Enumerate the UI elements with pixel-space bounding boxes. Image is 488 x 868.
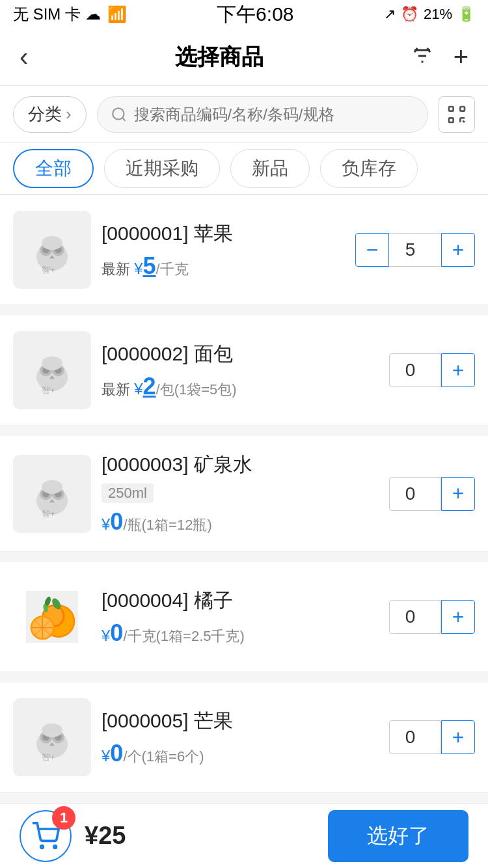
cart-badge: 1 — [52, 806, 75, 830]
product-item-5: 智+ [0000005] 芒果 ¥0/个(1箱=6个) + — [0, 683, 488, 793]
svg-point-19 — [42, 236, 62, 250]
svg-rect-9 — [449, 118, 454, 122]
qty-input-5[interactable] — [389, 720, 441, 754]
svg-point-75 — [41, 845, 44, 848]
product-item-4: [0000004] 橘子 ¥0/千克(1箱=2.5千克) + — [0, 562, 488, 672]
svg-rect-8 — [460, 107, 465, 111]
qty-plus-3[interactable]: + — [441, 477, 475, 511]
svg-line-3 — [427, 48, 430, 52]
owl-logo-icon: 智+ — [13, 211, 91, 289]
tab-all[interactable]: 全部 — [13, 149, 94, 188]
product-info-1: [0000001] 苹果 最新 ¥5/千克 — [102, 221, 345, 280]
svg-line-4 — [414, 48, 418, 52]
tab-recent[interactable]: 近期采购 — [104, 149, 220, 188]
product-name-5: [0000005] 芒果 — [102, 708, 379, 735]
product-name-2: [0000002] 面包 — [102, 341, 379, 368]
confirm-button[interactable]: 选好了 — [328, 810, 468, 862]
svg-point-27 — [42, 357, 62, 370]
cart-icon-container[interactable]: 1 — [20, 810, 72, 862]
product-image-2: 智+ — [13, 331, 91, 409]
product-name-1: [0000001] 苹果 — [102, 221, 345, 247]
qty-input-2[interactable] — [389, 353, 441, 387]
product-list: 智+ [0000001] 苹果 最新 ¥5/千克 − + — [0, 195, 488, 868]
product-name-4: [0000004] 橘子 — [102, 588, 379, 614]
product-price-3: ¥0/瓶(1箱=12瓶) — [102, 508, 379, 536]
status-left: 无 SIM 卡 ☁ 📶 — [13, 4, 127, 25]
status-right: ↗ ⏰ 21% 🔋 — [384, 6, 475, 23]
product-price-5: ¥0/个(1箱=6个) — [102, 740, 379, 767]
category-button[interactable]: 分类 › — [13, 96, 87, 133]
svg-text:智+: 智+ — [42, 508, 55, 518]
svg-text:智+: 智+ — [42, 385, 55, 395]
tab-negative[interactable]: 负库存 — [320, 149, 418, 188]
qty-input-1[interactable] — [389, 233, 441, 267]
product-price-2: 最新 ¥2/包(1袋=5包) — [102, 373, 379, 400]
search-box — [97, 96, 428, 133]
add-button[interactable]: + — [454, 42, 468, 72]
status-bar: 无 SIM 卡 ☁ 📶 下午6:08 ↗ ⏰ 21% 🔋 — [0, 0, 488, 29]
alarm-icon: ⏰ — [401, 6, 418, 23]
svg-point-76 — [54, 845, 57, 848]
filter-button[interactable] — [411, 44, 434, 70]
qty-input-3[interactable] — [389, 477, 441, 511]
qty-input-4[interactable] — [389, 600, 441, 634]
search-input[interactable] — [134, 105, 414, 124]
orange-image — [26, 591, 78, 643]
bottom-bar: 1 ¥25 选好了 — [0, 803, 488, 868]
product-item-3: 智+ [0000003] 矿泉水 250ml ¥0/瓶(1箱=12瓶) + — [0, 436, 488, 552]
product-image-3: 智+ — [13, 455, 91, 533]
qty-minus-1[interactable]: − — [355, 233, 389, 267]
svg-point-35 — [42, 480, 62, 493]
svg-line-12 — [463, 120, 465, 122]
product-info-3: [0000003] 矿泉水 250ml ¥0/瓶(1箱=12瓶) — [102, 452, 379, 536]
sim-status: 无 SIM 卡 ☁ — [13, 4, 101, 25]
qty-plus-4[interactable]: + — [441, 600, 475, 634]
svg-text:智+: 智+ — [42, 265, 55, 275]
product-item-2: 智+ [0000002] 面包 最新 ¥2/包(1袋=5包) + — [0, 316, 488, 426]
qty-plus-2[interactable]: + — [441, 353, 475, 387]
product-info-4: [0000004] 橘子 ¥0/千克(1箱=2.5千克) — [102, 588, 379, 647]
battery-level: 21% — [424, 6, 452, 23]
owl-logo-icon: 智+ — [13, 331, 91, 409]
tab-new[interactable]: 新品 — [230, 149, 310, 188]
search-icon — [111, 105, 128, 124]
svg-rect-7 — [449, 107, 454, 111]
product-info-2: [0000002] 面包 最新 ¥2/包(1袋=5包) — [102, 341, 379, 400]
qty-control-4: + — [389, 600, 475, 634]
product-info-5: [0000005] 芒果 ¥0/个(1箱=6个) — [102, 708, 379, 767]
product-item-1: 智+ [0000001] 苹果 最新 ¥5/千克 − + — [0, 195, 488, 305]
svg-point-5 — [113, 108, 124, 119]
category-label: 分类 — [28, 103, 62, 126]
qty-control-2: + — [389, 353, 475, 387]
page-title: 选择商品 — [175, 42, 264, 72]
filter-icon — [411, 44, 434, 68]
svg-text:智+: 智+ — [42, 752, 55, 762]
qty-control-1: − + — [355, 233, 475, 267]
qty-control-5: + — [389, 720, 475, 754]
back-button[interactable]: ‹ — [20, 42, 28, 72]
svg-point-57 — [42, 724, 62, 737]
cart-total: ¥25 — [85, 822, 315, 850]
product-image-5: 智+ — [13, 698, 91, 776]
scan-button[interactable] — [439, 96, 475, 133]
product-image-4 — [13, 578, 91, 656]
product-price-1: 最新 ¥5/千克 — [102, 252, 345, 280]
wifi-icon: 📶 — [107, 5, 127, 23]
location-icon: ↗ — [384, 6, 396, 23]
tab-bar: 全部 近期采购 新品 负库存 — [0, 143, 488, 195]
qty-plus-1[interactable]: + — [441, 233, 475, 267]
owl-logo-icon: 智+ — [13, 455, 91, 533]
product-name-3: [0000003] 矿泉水 — [102, 452, 379, 478]
qty-plus-5[interactable]: + — [441, 720, 475, 754]
product-spec-3: 250ml — [102, 483, 154, 503]
battery-icon: 🔋 — [457, 6, 475, 23]
product-price-4: ¥0/千克(1箱=2.5千克) — [102, 619, 379, 647]
qty-control-3: + — [389, 477, 475, 511]
filter-bar: 分类 › — [0, 86, 488, 143]
owl-logo-icon: 智+ — [13, 698, 91, 776]
status-time: 下午6:08 — [217, 1, 293, 28]
product-image-1: 智+ — [13, 211, 91, 289]
nav-actions: + — [411, 42, 468, 72]
category-arrow-icon: › — [66, 104, 72, 124]
scan-icon — [446, 104, 467, 125]
